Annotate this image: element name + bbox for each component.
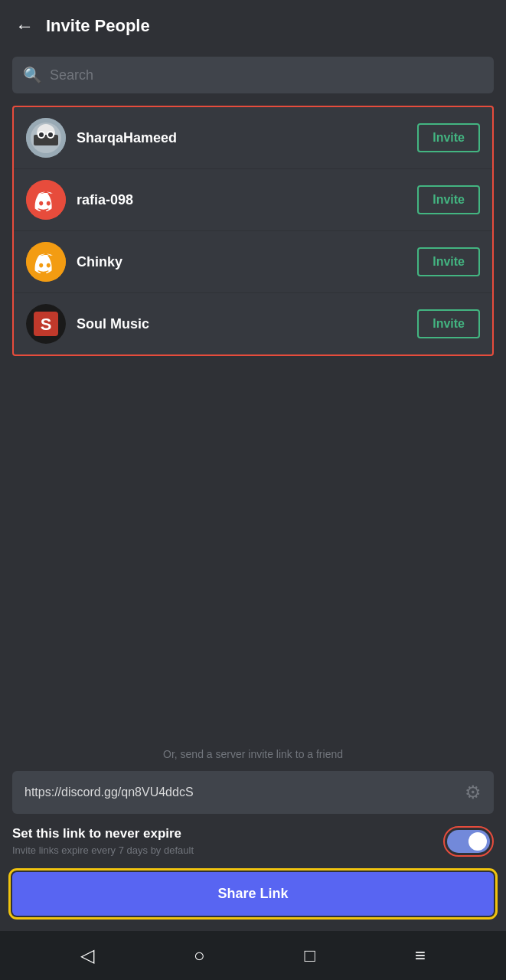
never-expire-toggle[interactable] [447, 830, 490, 853]
invite-button[interactable]: Invite [417, 247, 480, 276]
nav-back-icon[interactable]: ◁ [80, 945, 94, 966]
search-container: 🔍 [0, 49, 506, 106]
toggle-row: Set this link to never expire Invite lin… [12, 826, 494, 857]
nav-home-icon[interactable]: ○ [194, 945, 205, 966]
header: ← Invite People [0, 0, 506, 49]
avatar: S [26, 304, 66, 344]
svg-point-7 [48, 132, 53, 137]
nav-recent-icon[interactable]: □ [304, 945, 315, 966]
search-icon: 🔍 [23, 66, 42, 84]
avatar [26, 118, 66, 158]
nav-menu-icon[interactable]: ≡ [415, 945, 426, 966]
username: Chinky [77, 254, 406, 270]
list-item: S Soul Music Invite [14, 293, 492, 354]
list-item: rafia-098 Invite [14, 169, 492, 231]
user-list: SharqaHameed Invite rafia-098 Invite Chi… [12, 106, 494, 356]
search-bar: 🔍 [12, 57, 494, 93]
toggle-sublabel: Invite links expire every 7 days by defa… [12, 844, 194, 856]
username: Soul Music [77, 316, 406, 332]
svg-rect-3 [34, 135, 58, 145]
list-item: SharqaHameed Invite [14, 107, 492, 169]
toggle-wrapper [443, 826, 494, 857]
toggle-label: Set this link to never expire [12, 826, 194, 841]
invite-button[interactable]: Invite [417, 309, 480, 338]
invite-link: https://discord.gg/qn8VU4ddcS [24, 786, 194, 799]
bottom-section: Or, send a server invite link to a frien… [0, 733, 506, 931]
invite-link-box: https://discord.gg/qn8VU4ddcS ⚙ [12, 771, 494, 814]
avatar [26, 180, 66, 220]
svg-point-6 [39, 132, 44, 137]
username: rafia-098 [77, 192, 406, 208]
list-item: Chinky Invite [14, 231, 492, 293]
page-title: Invite People [46, 16, 150, 36]
search-input[interactable] [50, 67, 483, 83]
back-button[interactable]: ← [15, 15, 34, 37]
svg-text:S: S [41, 315, 52, 334]
invite-button[interactable]: Invite [417, 123, 480, 152]
gear-icon[interactable]: ⚙ [465, 782, 482, 803]
avatar [26, 242, 66, 282]
invite-button[interactable]: Invite [417, 185, 480, 214]
username: SharqaHameed [77, 130, 406, 146]
toggle-knob [468, 832, 487, 851]
or-text: Or, send a server invite link to a frien… [12, 748, 494, 760]
share-link-button[interactable]: Share Link [12, 872, 494, 916]
nav-bar: ◁ ○ □ ≡ [0, 931, 506, 980]
toggle-text-group: Set this link to never expire Invite lin… [12, 826, 194, 856]
